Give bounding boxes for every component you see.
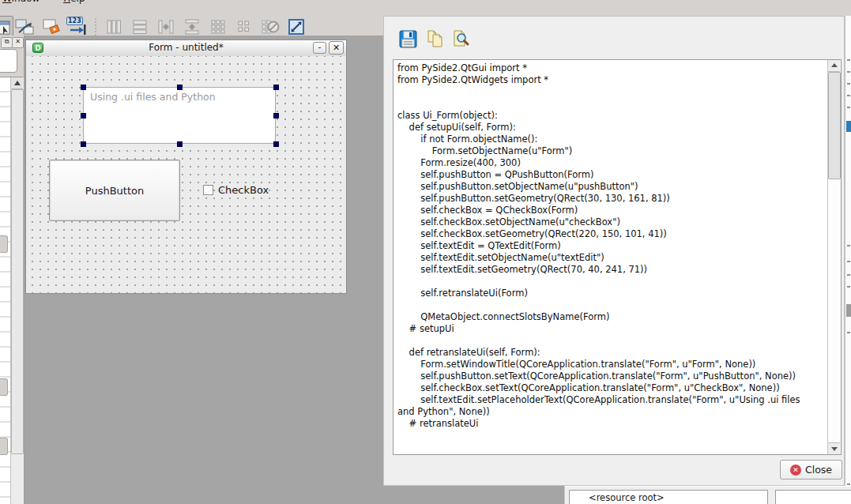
edit-signals-slots-icon [15, 17, 35, 36]
selection-handle-se[interactable] [273, 141, 279, 147]
resource-root-label: <resource root> [589, 492, 665, 503]
form-window-title: Form - untitled* [26, 42, 346, 53]
menu-window[interactable]: Window [2, 0, 40, 4]
strip-blue-mark [846, 121, 851, 132]
code-preview-dialog: from PySide2.QtGui import * from PySide2… [383, 16, 845, 486]
lay-out-horizontally-icon [104, 17, 123, 36]
widget-category-tab[interactable] [0, 438, 8, 455]
lay-out-horizontally-button[interactable] [103, 16, 124, 37]
code-scroll-up-button[interactable] [828, 60, 840, 72]
menu-help[interactable]: Help [63, 0, 85, 4]
edit-widgets-icon [0, 20, 11, 36]
tab-order-123-label: 123 [66, 17, 83, 25]
textedit-widget[interactable]: Using .ui files and Python [83, 87, 276, 144]
close-button-label: Close [805, 464, 832, 476]
adjust-size-icon [287, 17, 306, 36]
code-scrollbar-thumb[interactable] [828, 72, 841, 179]
scrollbar-thumb[interactable] [11, 89, 24, 454]
resource-root-item[interactable]: <resource root> [569, 490, 768, 504]
lay-out-vertically-splitter-icon [183, 17, 201, 36]
selection-handle-ne[interactable] [273, 85, 279, 90]
close-button[interactable]: ✕ Close [780, 460, 842, 480]
lay-out-vertically-splitter-button[interactable] [181, 16, 202, 37]
widget-filter-input[interactable] [0, 49, 17, 73]
designer-form-window: D Form - untitled* - ✕ Using .ui files a… [25, 39, 347, 294]
lay-out-horizontally-splitter-icon [156, 17, 175, 36]
selection-handle-nw[interactable] [81, 85, 86, 90]
float-window-icon: ⧉ [5, 38, 9, 45]
widget-category-tab[interactable] [0, 378, 8, 396]
minimize-icon: - [318, 42, 322, 52]
selection-handle-e[interactable] [273, 113, 279, 118]
widget-box-dock: ⧉ ✕ [0, 36, 24, 504]
form-close-button[interactable]: ✕ [329, 41, 344, 55]
scroll-up-button[interactable] [11, 77, 23, 89]
pushbutton-label: PushButton [85, 185, 144, 197]
selection-handle-w[interactable] [81, 113, 86, 118]
scroll-down-icon [831, 447, 838, 451]
lay-out-vertically-button[interactable] [129, 16, 150, 37]
break-layout-icon [260, 17, 281, 36]
edit-tab-order-button[interactable]: 123 [66, 16, 88, 37]
edit-signals-slots-button[interactable] [14, 16, 36, 37]
background-window-edge [845, 16, 851, 486]
generated-python-code: from PySide2.QtGui import * from PySide2… [397, 62, 800, 430]
code-scroll-down-button[interactable] [828, 442, 840, 454]
widget-list-scrollbar[interactable] [10, 77, 24, 504]
pushbutton-widget[interactable]: PushButton [49, 160, 180, 221]
copy-icon [426, 29, 447, 50]
break-layout-button[interactable] [259, 16, 281, 37]
close-icon: ✕ [333, 43, 340, 53]
form-minimize-button[interactable]: - [313, 42, 326, 54]
qt-designer-screen: Window Help [0, 0, 851, 504]
dock-close-button[interactable]: ✕ [12, 37, 24, 48]
dock-float-button[interactable]: ⧉ [1, 37, 13, 48]
lay-out-horizontally-splitter-button[interactable] [155, 16, 176, 37]
textedit-placeholder: Using .ui files and Python [84, 88, 275, 106]
close-icon: ✕ [15, 38, 21, 45]
lay-out-vertically-icon [130, 17, 149, 36]
widget-category-tab[interactable] [0, 235, 8, 253]
edit-buddies-button[interactable] [41, 16, 62, 37]
find-icon [451, 29, 473, 50]
strip-gray-mark [846, 304, 851, 317]
form-window-titlebar[interactable]: D Form - untitled* - ✕ [26, 40, 346, 57]
selection-handle-s[interactable] [177, 141, 183, 147]
lay-out-form-layout-button[interactable] [233, 16, 254, 37]
adjust-size-button[interactable] [285, 16, 307, 37]
save-icon [398, 29, 418, 49]
menu-bar: Window Help [0, 0, 851, 6]
code-view: from PySide2.QtGui import * from PySide2… [393, 59, 842, 455]
find-button[interactable] [451, 29, 473, 51]
lay-out-grid-button[interactable] [207, 16, 228, 37]
edit-buddies-icon [42, 17, 62, 36]
checkbox-widget[interactable] [203, 185, 213, 195]
form-canvas[interactable]: Using .ui files and Python PushButton Ch… [26, 56, 346, 293]
selection-handle-n[interactable] [177, 85, 183, 90]
scroll-up-icon [14, 81, 21, 85]
selection-handle-sw[interactable] [81, 141, 86, 147]
checkbox-label: CheckBox [218, 184, 269, 196]
scroll-up-icon [831, 63, 838, 67]
code-scrollbar[interactable] [827, 60, 841, 454]
save-button[interactable] [398, 29, 420, 51]
resource-side-box [775, 490, 851, 504]
close-red-icon: ✕ [790, 465, 801, 476]
toolbar-separator [95, 18, 96, 36]
widget-list-panel [0, 77, 23, 504]
lay-out-grid-icon [209, 17, 228, 36]
copy-button[interactable] [426, 29, 448, 51]
lay-out-form-layout-icon [235, 17, 254, 36]
resource-browser-edge: <resource root> [564, 486, 851, 504]
